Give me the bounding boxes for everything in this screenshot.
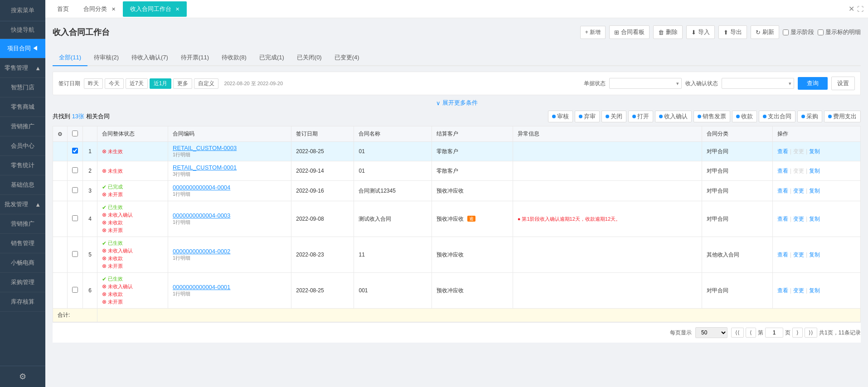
row1-checkbox-cell[interactable] [68, 142, 83, 161]
delete-button[interactable]: 🗑 删除 [653, 25, 683, 39]
sidebar-item-sales-mgmt[interactable]: 销售管理 [0, 234, 45, 253]
show-stage-checkbox-label[interactable]: 显示阶段 [783, 28, 814, 36]
sidebar-item-inventory[interactable]: 库存核算 [0, 292, 45, 312]
filter-settings-button[interactable]: 设置 [831, 77, 855, 90]
row5-view[interactable]: 查看 [777, 251, 788, 259]
sidebar-item-marketing[interactable]: 营销推广 [0, 117, 45, 136]
row5-copy[interactable]: 复制 [809, 251, 820, 259]
sidebar-settings[interactable]: ⚙ [0, 366, 45, 387]
tab-home[interactable]: 首页 [50, 1, 76, 17]
prev-page-btn[interactable]: ⟨ [746, 328, 756, 338]
action-expense[interactable]: 费用支出 [824, 111, 861, 122]
sidebar-item-retail-stats[interactable]: 零售统计 [0, 156, 45, 175]
tab-contract-type-close[interactable]: ✕ [112, 6, 116, 12]
row2-view[interactable]: 查看 [777, 167, 788, 175]
row2-copy[interactable]: 复制 [809, 167, 820, 175]
show-stage-checkbox[interactable] [783, 29, 789, 35]
filter-date-last7[interactable]: 近7天 [126, 78, 148, 89]
row3-copy[interactable]: 复制 [809, 187, 820, 195]
row1-contract-code[interactable]: RETAIL_CUSTOM-0003 [173, 145, 237, 151]
row6-change[interactable]: 变更 [793, 287, 804, 295]
row4-checkbox[interactable] [72, 215, 78, 221]
page-input[interactable] [765, 328, 783, 338]
tabs-maximize-btn[interactable]: ⛶ [857, 5, 863, 13]
import-button[interactable]: ⬇ 导入 [686, 25, 715, 39]
row4-checkbox-cell[interactable] [68, 201, 83, 237]
col-checkbox-header[interactable] [68, 126, 83, 142]
row3-checkbox-cell[interactable] [68, 181, 83, 201]
sidebar-search[interactable]: 搜索菜单 [0, 0, 45, 21]
filter-date-today[interactable]: 今天 [105, 78, 124, 89]
sidebar-item-marketing2[interactable]: 营销推广 [0, 214, 45, 234]
filter-date-custom[interactable]: 自定义 [194, 78, 218, 89]
page-size-select[interactable]: 50 100 200 [695, 327, 727, 338]
row2-checkbox-cell[interactable] [68, 161, 83, 181]
filter-tab-pending-income-confirm[interactable]: 待收入确认(7) [125, 50, 175, 65]
sidebar-item-base-info[interactable]: 基础信息 [0, 175, 45, 195]
filter-tab-pending-review[interactable]: 待审核(2) [87, 50, 125, 65]
action-income-confirm[interactable]: 收入确认 [655, 111, 692, 122]
sidebar-item-project[interactable]: 项目合同 ◀ [0, 39, 45, 58]
row2-checkbox[interactable] [72, 167, 78, 173]
filter-tab-completed[interactable]: 已完成(1) [253, 50, 291, 65]
expand-more-btn[interactable]: ∨ 展开更多条件 [436, 99, 478, 107]
row1-copy[interactable]: 复制 [809, 148, 820, 155]
row6-checkbox[interactable] [72, 287, 78, 293]
sidebar-item-member[interactable]: 会员中心 [0, 136, 45, 156]
filter-tab-closed[interactable]: 已关闭(0) [291, 50, 328, 65]
row6-checkbox-cell[interactable] [68, 273, 83, 309]
filter-date-last1month[interactable]: 近1月 [150, 78, 172, 89]
action-close[interactable]: 关闭 [601, 111, 626, 122]
row3-checkbox[interactable] [72, 187, 78, 193]
row4-contract-code[interactable]: 0000000000004-0003 [173, 212, 230, 219]
action-payment[interactable]: 收款 [732, 111, 757, 122]
row3-view[interactable]: 查看 [777, 187, 788, 195]
sidebar-item-purchase[interactable]: 采购管理 [0, 273, 45, 292]
contract-board-button[interactable]: ⊞ 合同看板 [609, 25, 650, 39]
row6-contract-code[interactable]: 0000000000004-0001 [173, 284, 230, 290]
export-button[interactable]: ⬆ 导出 [718, 25, 747, 39]
row5-checkbox-cell[interactable] [68, 237, 83, 273]
row5-checkbox[interactable] [72, 251, 78, 257]
filter-tab-changed[interactable]: 已变更(4) [328, 50, 366, 65]
tab-income-contract[interactable]: 收入合同工作台 ✕ [123, 1, 187, 17]
filter-income-confirm-select[interactable] [722, 78, 794, 89]
row3-contract-code[interactable]: 0000000000004-0004 [173, 184, 230, 191]
row4-change[interactable]: 变更 [793, 215, 804, 223]
action-print[interactable]: 打开 [628, 111, 653, 122]
filter-tab-all[interactable]: 全部(11) [53, 50, 87, 66]
row4-view[interactable]: 查看 [777, 215, 788, 223]
sidebar-item-xiaochang[interactable]: 小畅电商 [0, 253, 45, 273]
filter-doc-status-select[interactable] [609, 78, 682, 89]
sidebar-item-wholesale[interactable]: 批发管理 ▲ [0, 195, 45, 214]
tab-income-contract-close[interactable]: ✕ [175, 6, 179, 12]
tabs-close-all-btn[interactable]: ✕ [849, 5, 854, 13]
row1-checkbox[interactable] [72, 148, 78, 154]
action-review[interactable]: 审核 [548, 111, 573, 122]
action-abandon[interactable]: 弃审 [575, 111, 600, 122]
sidebar-item-retail-mall[interactable]: 零售商城 [0, 97, 45, 117]
show-tag-checkbox[interactable] [818, 29, 824, 35]
sidebar-quicknav[interactable]: 快捷导航 [0, 21, 45, 39]
row5-contract-code[interactable]: 0000000000004-0002 [173, 248, 230, 255]
row1-view[interactable]: 查看 [777, 148, 788, 155]
filter-tab-pending-invoice[interactable]: 待开票(11) [175, 50, 215, 65]
action-purchase[interactable]: 采购 [797, 111, 822, 122]
select-all-checkbox[interactable] [72, 131, 78, 136]
first-page-btn[interactable]: ⟨⟨ [731, 328, 744, 338]
row6-copy[interactable]: 复制 [809, 287, 820, 295]
filter-date-more[interactable]: 更多 [173, 78, 192, 89]
tab-contract-type[interactable]: 合同分类 ✕ [76, 1, 123, 17]
action-out-contract[interactable]: 支出合同 [759, 111, 795, 122]
sidebar-item-smart-store[interactable]: 智慧门店 [0, 78, 45, 97]
new-button[interactable]: + 新增 [580, 26, 606, 39]
row6-view[interactable]: 查看 [777, 287, 788, 295]
search-button[interactable]: 查询 [798, 77, 828, 90]
col-settings-header[interactable]: ⚙ [53, 126, 68, 142]
filter-date-yesterday[interactable]: 昨天 [84, 78, 103, 89]
row3-change[interactable]: 变更 [793, 187, 804, 195]
action-sales-invoice[interactable]: 销售发票 [693, 111, 730, 122]
last-page-btn[interactable]: ⟩⟩ [805, 328, 817, 338]
filter-tab-pending-payment[interactable]: 待收款(8) [215, 50, 253, 65]
show-tag-checkbox-label[interactable]: 显示标的明细 [818, 28, 861, 36]
